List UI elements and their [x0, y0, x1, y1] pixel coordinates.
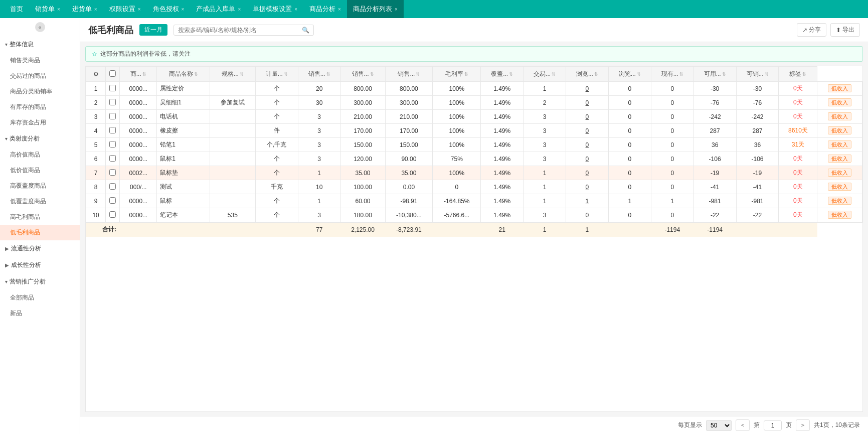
row-trade[interactable]: 0 [566, 166, 609, 180]
nav-product-inbound[interactable]: 产成品入库单 × [190, 0, 247, 18]
nav-home[interactable]: 首页 [4, 0, 29, 18]
row-checkbox[interactable] [109, 85, 116, 91]
nav-close-analysis[interactable]: × [338, 7, 341, 12]
sidebar-item-low-coverage[interactable]: 低覆盖度商品 [0, 194, 80, 209]
row-stock: -981 [693, 194, 736, 208]
nav-close-sales[interactable]: × [57, 7, 60, 12]
sidebar-item-stock-capital[interactable]: 库存资金占用 [0, 115, 80, 130]
row-trade[interactable]: 0 [566, 208, 609, 223]
row-sales-amt: -10,380... [385, 208, 433, 223]
row-stock: -76 [693, 96, 736, 110]
nav-product-analysis[interactable]: 商品分析 × [303, 0, 347, 18]
prev-page-button[interactable]: ＜ [736, 419, 750, 431]
col-select-all[interactable] [106, 67, 120, 82]
row-trade[interactable]: 0 [566, 110, 609, 124]
date-filter-button[interactable]: 近一月 [139, 24, 167, 36]
row-checkbox-cell[interactable] [106, 110, 120, 124]
row-name[interactable]: 鼠标 [157, 194, 210, 208]
sidebar-group-growth[interactable]: ▶ 成长性分析 [0, 257, 80, 273]
sidebar-item-high-coverage[interactable]: 高覆盖度商品 [0, 178, 80, 194]
sidebar-item-low-gross[interactable]: 低毛利商品 [0, 225, 80, 240]
sidebar-group-overall[interactable]: ▾ 整体信息 [0, 36, 80, 53]
row-checkbox[interactable] [109, 169, 116, 176]
sidebar-item-all-products[interactable]: 全部商品 [0, 290, 80, 306]
row-trade[interactable]: 0 [566, 180, 609, 194]
row-name[interactable]: 测试 [157, 180, 210, 194]
row-checkbox[interactable] [109, 197, 116, 204]
row-trade[interactable]: 0 [566, 152, 609, 166]
row-checkbox[interactable] [109, 99, 116, 105]
row-checkbox-cell[interactable] [106, 194, 120, 208]
sidebar-item-sales-products[interactable]: 销售类商品 [0, 53, 80, 68]
sidebar-item-high-gross[interactable]: 高毛利商品 [0, 209, 80, 225]
sidebar-group-marketing[interactable]: ▾ 营销推广分析 [0, 273, 80, 290]
search-input[interactable] [178, 27, 300, 34]
row-browse1: 0 [608, 166, 651, 180]
search-icon[interactable]: 🔍 [302, 27, 309, 34]
row-checkbox-cell[interactable] [106, 180, 120, 194]
sidebar-item-traded-products[interactable]: 交易过的商品 [0, 68, 80, 84]
per-page-select[interactable]: 50 100 200 [706, 420, 732, 431]
sidebar-item-new-products[interactable]: 新品 [0, 306, 80, 321]
nav-close-purchase[interactable]: × [94, 7, 97, 12]
sidebar-item-high-value[interactable]: 高价值商品 [0, 147, 80, 163]
row-name[interactable]: 橡皮擦 [157, 124, 210, 138]
row-saleable: 31天 [779, 138, 817, 152]
row-checkbox-cell[interactable] [106, 124, 120, 138]
row-trade[interactable]: 0 [566, 124, 609, 138]
sidebar-item-category-rate[interactable]: 商品分类助销率 [0, 84, 80, 99]
export-button[interactable]: ⬆ 导出 [830, 23, 860, 37]
data-table-wrapper: ⚙ 商...⇅ 商品名称⇅ 规格...⇅ 计量...⇅ 销售...⇅ 销售...… [85, 66, 863, 412]
row-trade[interactable]: 0 [566, 82, 609, 96]
row-trade[interactable]: 0 [566, 138, 609, 152]
row-name[interactable]: 属性定价 [157, 82, 210, 96]
row-checkbox-cell[interactable] [106, 208, 120, 223]
nav-sales-order[interactable]: 销货单 × [29, 0, 66, 18]
nav-template-settings[interactable]: 单据模板设置 × [247, 0, 303, 18]
row-checkbox-cell[interactable] [106, 152, 120, 166]
sidebar-item-in-stock[interactable]: 有库存的商品 [0, 99, 80, 115]
sidebar-group-analysis[interactable]: ▾ 类射度分析 [0, 130, 80, 147]
row-checkbox[interactable] [109, 155, 116, 162]
table-row: 6 0000... 鼠标1 个 3 120.00 90.00 75% 1.49%… [86, 152, 862, 166]
sidebar-collapse-btn[interactable]: « [35, 22, 45, 32]
nav-analysis-list[interactable]: 商品分析列表 × [347, 0, 404, 18]
select-all-checkbox[interactable] [109, 70, 116, 77]
row-checkbox-cell[interactable] [106, 138, 120, 152]
row-trade[interactable]: 0 [566, 96, 609, 110]
nav-permissions[interactable]: 权限设置 × [103, 0, 147, 18]
per-page-label: 每页显示 [678, 421, 702, 429]
row-sales-pct: 100% [433, 124, 481, 138]
share-button[interactable]: ↗ 分享 [797, 23, 826, 37]
row-name[interactable]: 电话机 [157, 110, 210, 124]
nav-close-template[interactable]: × [294, 7, 297, 12]
row-name[interactable]: 铅笔1 [157, 138, 210, 152]
next-page-button[interactable]: ＞ [796, 419, 810, 431]
table-row: 10 0000... 笔记本 535 个 3 180.00 -10,380...… [86, 208, 862, 223]
nav-close-role[interactable]: × [182, 7, 185, 12]
row-checkbox-cell[interactable] [106, 166, 120, 180]
col-settings[interactable]: ⚙ [86, 67, 106, 82]
sidebar-group-flow[interactable]: ▶ 流通性分析 [0, 240, 80, 257]
row-checkbox[interactable] [109, 211, 116, 218]
row-name[interactable]: 吴细细1 [157, 96, 210, 110]
row-name[interactable]: 鼠标1 [157, 152, 210, 166]
nav-close-permissions[interactable]: × [138, 7, 141, 12]
sidebar-item-low-value[interactable]: 低价值商品 [0, 163, 80, 178]
nav-role-auth[interactable]: 角色授权 × [147, 0, 191, 18]
nav-close-product[interactable]: × [238, 7, 241, 12]
row-trade[interactable]: 1 [566, 194, 609, 208]
row-checkbox[interactable] [109, 141, 116, 148]
row-name[interactable]: 笔记本 [157, 208, 210, 223]
row-gross-rate: 1.49% [481, 152, 524, 166]
row-checkbox-cell[interactable] [106, 96, 120, 110]
row-checkbox[interactable] [109, 183, 116, 190]
row-name[interactable]: 鼠标垫 [157, 166, 210, 180]
row-checkbox[interactable] [109, 113, 116, 119]
notice-bar: ☆ 这部分商品的利润非常低，请关注 [85, 46, 863, 62]
row-checkbox[interactable] [109, 127, 116, 133]
page-number-input[interactable] [764, 420, 782, 430]
nav-close-analysis-list[interactable]: × [395, 7, 398, 12]
row-checkbox-cell[interactable] [106, 82, 120, 96]
nav-purchase-order[interactable]: 进货单 × [66, 0, 103, 18]
